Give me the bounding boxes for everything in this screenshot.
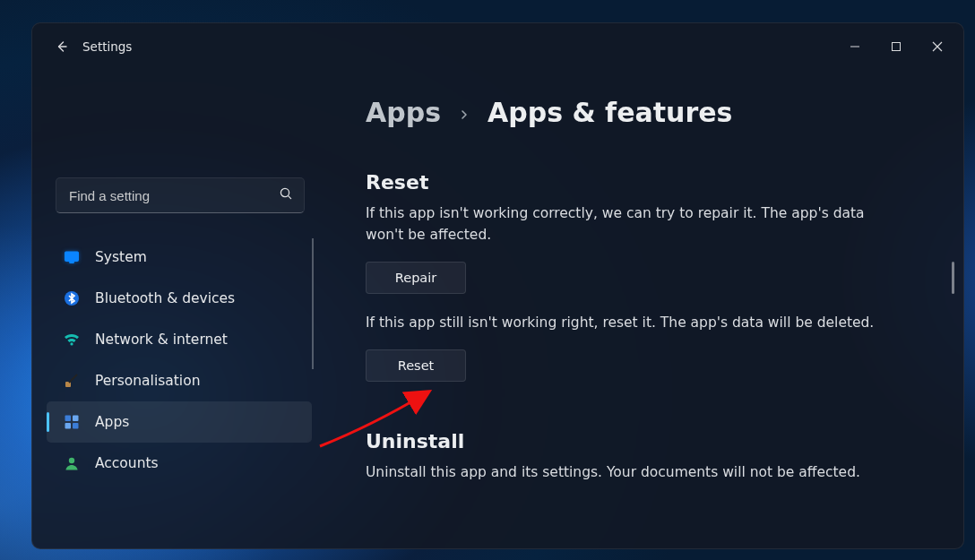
uninstall-heading: Uninstall bbox=[366, 430, 938, 452]
search-icon bbox=[279, 186, 293, 204]
reset-heading: Reset bbox=[366, 171, 938, 194]
repair-button[interactable]: Repair bbox=[366, 262, 466, 294]
paintbrush-icon bbox=[63, 372, 81, 390]
reset-description: If this app still isn't working right, r… bbox=[366, 312, 885, 333]
minimize-icon bbox=[850, 41, 860, 52]
sidebar-top-gap bbox=[41, 70, 319, 177]
chevron-right-icon bbox=[459, 107, 470, 124]
content-panel: Apps Apps & features Reset If this app i… bbox=[328, 70, 963, 548]
sidebar-item-personalisation[interactable]: Personalisation bbox=[47, 360, 312, 401]
body-area: System Bluetooth & devices Network & int… bbox=[32, 70, 963, 548]
search-box[interactable] bbox=[56, 177, 305, 213]
sidebar-item-system[interactable]: System bbox=[47, 237, 312, 278]
close-button[interactable] bbox=[917, 31, 958, 62]
titlebar: Settings bbox=[32, 23, 963, 70]
svg-rect-8 bbox=[73, 416, 79, 422]
bluetooth-icon bbox=[63, 289, 81, 307]
person-icon bbox=[63, 454, 81, 472]
svg-rect-10 bbox=[73, 423, 79, 429]
app-title: Settings bbox=[82, 39, 132, 54]
svg-rect-0 bbox=[893, 43, 901, 51]
sidebar-item-label: Personalisation bbox=[95, 373, 200, 389]
breadcrumb: Apps Apps & features bbox=[366, 97, 938, 128]
sidebar-item-label: Apps bbox=[95, 414, 129, 430]
maximize-button[interactable] bbox=[876, 31, 917, 62]
svg-rect-3 bbox=[70, 262, 74, 263]
reset-button[interactable]: Reset bbox=[366, 349, 466, 382]
back-arrow-icon bbox=[55, 39, 69, 54]
nav-list: System Bluetooth & devices Network & int… bbox=[47, 237, 312, 484]
sidebar-item-label: Accounts bbox=[95, 455, 159, 471]
svg-line-6 bbox=[69, 375, 77, 383]
svg-rect-9 bbox=[65, 423, 72, 429]
minimize-button[interactable] bbox=[834, 31, 876, 62]
sidebar-item-network[interactable]: Network & internet bbox=[47, 319, 312, 360]
svg-rect-2 bbox=[65, 252, 79, 262]
close-icon bbox=[932, 41, 943, 52]
back-button[interactable] bbox=[47, 31, 77, 62]
uninstall-description: Uninstall this app and its settings. You… bbox=[366, 461, 885, 483]
maximize-icon bbox=[891, 41, 902, 52]
breadcrumb-current: Apps & features bbox=[488, 97, 732, 128]
sidebar-item-label: System bbox=[95, 249, 147, 265]
sidebar-item-apps[interactable]: Apps bbox=[47, 401, 312, 443]
search-input[interactable] bbox=[69, 188, 279, 203]
content-scrollbar[interactable] bbox=[952, 262, 954, 294]
system-icon bbox=[63, 248, 81, 266]
settings-window: Settings bbox=[31, 22, 964, 549]
breadcrumb-parent[interactable]: Apps bbox=[366, 97, 441, 128]
sidebar-item-bluetooth[interactable]: Bluetooth & devices bbox=[47, 278, 312, 319]
caption-buttons bbox=[834, 31, 958, 62]
svg-rect-7 bbox=[65, 416, 72, 422]
nav-scroll-indicator[interactable] bbox=[312, 238, 314, 369]
wifi-icon bbox=[63, 331, 81, 349]
sidebar-item-accounts[interactable]: Accounts bbox=[47, 443, 312, 484]
apps-icon bbox=[63, 413, 81, 431]
sidebar-item-label: Network & internet bbox=[95, 332, 228, 348]
svg-point-11 bbox=[69, 458, 74, 463]
repair-description: If this app isn't working correctly, we … bbox=[366, 202, 885, 246]
sidebar: System Bluetooth & devices Network & int… bbox=[32, 70, 328, 548]
sidebar-item-label: Bluetooth & devices bbox=[95, 290, 235, 306]
